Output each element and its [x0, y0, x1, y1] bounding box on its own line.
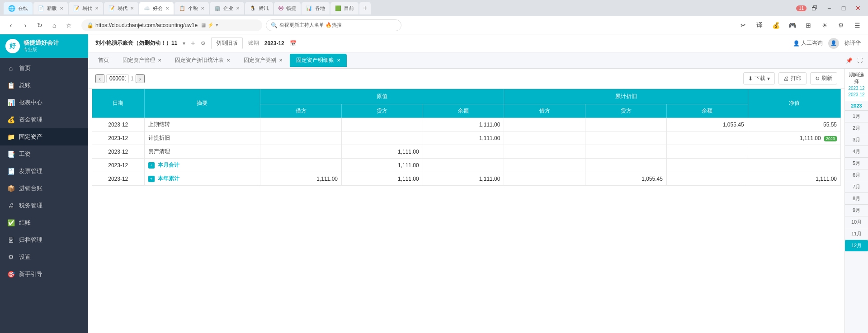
table-row: 2023-12 + 本月合计 1,111.00 — [92, 159, 841, 172]
sidebar-label-settings: 设置 — [19, 253, 31, 261]
tab-close-geshui[interactable]: ✕ — [201, 6, 204, 11]
restore-btn[interactable]: 🗗 — [808, 2, 821, 14]
tab-close-haokuaiji[interactable]: ✕ — [165, 6, 169, 11]
sidebar-item-payroll[interactable]: 📑 工资 — [0, 145, 88, 163]
page-tab-asset-category[interactable]: 固定资产类别 ✕ — [237, 54, 289, 67]
page-tab-home[interactable]: 首页 — [92, 54, 115, 67]
col-original-value-header: 原值 — [260, 89, 504, 104]
forward-button[interactable]: › — [19, 19, 32, 32]
sidebar-item-tax[interactable]: 🖨 税务管理 — [0, 197, 88, 214]
tab-qiye[interactable]: 🏢 企业 ✕ — [210, 2, 244, 14]
period-month-11[interactable]: 11月 — [845, 228, 868, 240]
download-btn[interactable]: ⬇ 下载 ▾ — [743, 72, 775, 84]
scissors-tool[interactable]: ✂ — [737, 19, 750, 32]
tab-new[interactable]: 📄 新版 ✕ — [33, 2, 68, 14]
period-year[interactable]: 2023 — [845, 101, 868, 111]
sidebar-item-close[interactable]: ✅ 结账 — [0, 214, 88, 231]
period-month-8[interactable]: 8月 — [845, 193, 868, 205]
grid-tool[interactable]: ⊞ — [802, 19, 815, 32]
settings-btn[interactable]: ⚙ — [201, 40, 206, 47]
address-bar[interactable]: 🔒 https://cloud.chanjet.com/accounting/u… — [81, 19, 262, 31]
page-tab-fixed-mgmt[interactable]: 固定资产管理 ✕ — [116, 54, 168, 67]
row4-lj-credit — [585, 159, 667, 172]
row4-yz-balance — [423, 159, 504, 172]
print-label: 打印 — [791, 75, 802, 82]
prev-page-btn[interactable]: ‹ — [95, 74, 104, 83]
page-tab-close-fixed-mgmt[interactable]: ✕ — [158, 58, 161, 63]
tab-yidai1[interactable]: 📝 易代 ✕ — [69, 2, 103, 14]
add-account-btn[interactable]: + — [191, 39, 195, 47]
row1-yz-credit — [341, 118, 423, 131]
close-btn[interactable]: ✕ — [852, 2, 864, 14]
row2-lj-balance — [666, 131, 748, 145]
page-tab-close-asset-cat[interactable]: ✕ — [279, 58, 283, 63]
period-month-4[interactable]: 4月 — [845, 146, 868, 158]
period-month-6[interactable]: 6月 — [845, 169, 868, 181]
period-month-3[interactable]: 3月 — [845, 134, 868, 146]
tab-gedi[interactable]: 📊 各地 — [302, 2, 330, 14]
sidebar-item-reports[interactable]: 📊 报表中心 — [0, 94, 88, 111]
period-month-5[interactable]: 5月 — [845, 158, 868, 169]
back-button[interactable]: ‹ — [5, 19, 17, 32]
sidebar-item-settings[interactable]: ⚙ 设置 — [0, 249, 88, 266]
period-month-12[interactable]: 12月 — [845, 240, 868, 252]
row5-yz-credit: 1,111.00 — [341, 172, 423, 186]
maximize-btn[interactable]: □ — [837, 2, 850, 14]
tab-haokuaiji[interactable]: ☁️ 好会 ✕ — [139, 2, 174, 14]
service-link[interactable]: 👤 人工咨询 — [793, 39, 823, 47]
period-month-10[interactable]: 10月 — [845, 216, 868, 228]
tab-close-qiye[interactable]: ✕ — [236, 6, 240, 11]
home-button[interactable]: ⌂ — [48, 19, 61, 32]
sidebar-item-home[interactable]: ⌂ 首页 — [0, 60, 88, 77]
page-tab-close-asset-detail[interactable]: ✕ — [337, 58, 340, 63]
page-tab-depreciation-stat[interactable]: 固定资产折旧统计表 ✕ — [169, 54, 236, 67]
tab-add[interactable]: + — [359, 2, 371, 14]
sidebar-item-guide[interactable]: 🎯 新手引导 — [0, 266, 88, 283]
minimize-btn[interactable]: − — [823, 2, 835, 14]
page-number-input[interactable] — [106, 74, 129, 83]
address-bar-row: ‹ › ↻ ⌂ ☆ 🔒 https://cloud.chanjet.com/ac… — [0, 16, 868, 34]
period-month-7[interactable]: 7月 — [845, 181, 868, 193]
sidebar-item-funds[interactable]: 💰 资金管理 — [0, 111, 88, 128]
tab-close-new[interactable]: ✕ — [60, 6, 63, 11]
period-month-2[interactable]: 2月 — [845, 122, 868, 134]
sidebar-logo: 好 畅捷通好会计 专业版 — [0, 34, 88, 58]
table-row: 2023-12 资产清理 1,111.00 — [92, 145, 841, 159]
wallet-tool[interactable]: 💰 — [769, 19, 782, 32]
window-pin-btn[interactable]: 📌 — [844, 56, 854, 65]
page-tab-close-depr-stat[interactable]: ✕ — [226, 58, 230, 63]
sidebar-item-fixed-assets[interactable]: 📁 固定资产 — [0, 128, 88, 145]
period-month-1[interactable]: 1月 — [845, 111, 868, 122]
search-box[interactable]: 🔍 央视更新主持人名单 🔥热搜 — [266, 19, 401, 31]
sidebar-item-ledger[interactable]: 📋 总账 — [0, 77, 88, 94]
tab-geshui[interactable]: 📋 个税 ✕ — [175, 2, 209, 14]
refresh-button[interactable]: ↻ — [33, 19, 46, 32]
tab-yidai2[interactable]: 📝 易代 ✕ — [104, 2, 138, 14]
refresh-btn[interactable]: ↻ 刷新 — [810, 72, 837, 84]
tab-changjie[interactable]: Ⓜ 畅捷 — [274, 2, 301, 14]
menu-tool[interactable]: ☰ — [851, 19, 863, 32]
sidebar-label-invoice: 发票管理 — [19, 167, 42, 175]
calendar-icon[interactable]: 📅 — [290, 40, 297, 47]
tab-close-yidai2[interactable]: ✕ — [130, 6, 134, 11]
period-month-9[interactable]: 9月 — [845, 205, 868, 216]
tab-tencent[interactable]: 🐧 腾讯 — [245, 2, 273, 14]
account-dropdown[interactable]: ▾ — [183, 40, 185, 47]
switch-version-btn[interactable]: 切到旧版 — [211, 37, 243, 49]
theme-tool[interactable]: ☀ — [818, 19, 831, 32]
tab-close-yidai1[interactable]: ✕ — [95, 6, 99, 11]
sidebar-item-trade[interactable]: 📦 进销台账 — [0, 180, 88, 197]
bookmark-button[interactable]: ☆ — [62, 19, 75, 32]
row5-net-value: 1,111.00 — [748, 172, 840, 186]
tab-muqian[interactable]: 🟩 目前 — [330, 2, 359, 14]
tab-online[interactable]: 🌐 在线 — [4, 2, 33, 14]
translate-tool[interactable]: 译 — [753, 19, 766, 32]
print-btn[interactable]: 🖨 打印 — [778, 72, 807, 84]
window-expand-btn[interactable]: ⛶ — [855, 56, 864, 65]
next-page-btn[interactable]: › — [136, 74, 145, 83]
sidebar-item-archive[interactable]: 🗄 归档管理 — [0, 231, 88, 249]
settings-tool[interactable]: ⚙ — [835, 19, 847, 32]
game-tool[interactable]: 🎮 — [786, 19, 798, 32]
page-tab-asset-detail[interactable]: 固定资产明细账 ✕ — [290, 54, 347, 67]
sidebar-item-invoice[interactable]: 🧾 发票管理 — [0, 163, 88, 180]
